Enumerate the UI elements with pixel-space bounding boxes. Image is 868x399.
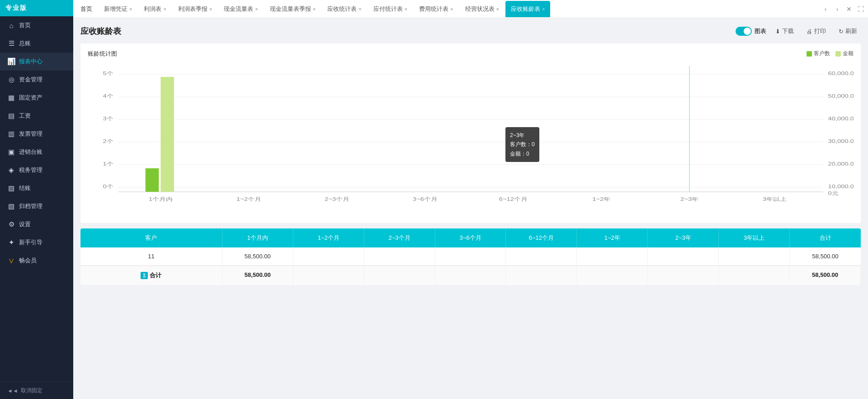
sidebar-item-invoice[interactable]: ▥ 发票管理	[0, 125, 73, 143]
tab-aging-close[interactable]: ×	[542, 6, 545, 12]
sidebar-label-vip: 畅会员	[19, 256, 37, 265]
sidebar-label-tax: 税务管理	[19, 166, 42, 174]
sidebar-label-guide: 新手引导	[19, 238, 42, 247]
tab-profit[interactable]: 利润表 ×	[138, 1, 171, 17]
tab-voucher[interactable]: 新增凭证 ×	[99, 1, 137, 17]
sidebar-item-archive[interactable]: ▧ 归档管理	[0, 197, 73, 215]
tab-payable-stat-close[interactable]: ×	[405, 6, 407, 12]
sidebar-item-ledger[interactable]: ☰ 总账	[0, 34, 73, 52]
tab-profit-label: 利润表	[144, 5, 161, 13]
svg-text:60,000.00元: 60,000.00元	[828, 71, 854, 76]
sidebar-item-stock[interactable]: ▣ 进销台账	[0, 143, 73, 161]
tab-cashflow-quarter[interactable]: 现金流量表季报 ×	[264, 1, 321, 17]
tab-operation-close[interactable]: ×	[496, 6, 499, 12]
print-icon: 🖨	[807, 28, 812, 35]
ledger-icon: ☰	[7, 39, 15, 48]
guide-icon: ✦	[7, 238, 15, 247]
tab-payable-stat[interactable]: 应付统计表 ×	[368, 1, 413, 17]
svg-text:50,000.00元: 50,000.00元	[828, 93, 854, 99]
sidebar-item-reports[interactable]: 📊 报表中心	[0, 52, 73, 71]
funds-icon: ◎	[7, 76, 15, 84]
sidebar-item-close[interactable]: ▨ 结账	[0, 179, 73, 197]
tab-profit-close[interactable]: ×	[163, 6, 166, 12]
th-y23: 2~3年	[648, 228, 719, 247]
sidebar-label-home: 首页	[19, 21, 31, 29]
sidebar-item-home[interactable]: ⌂ 首页	[0, 16, 73, 34]
tab-payable-stat-label: 应付统计表	[373, 5, 403, 13]
tab-profit-quarter-label: 利润表季报	[178, 5, 208, 13]
invoice-icon: ▥	[7, 130, 15, 138]
svg-text:4个: 4个	[103, 93, 113, 99]
footer-m1: 58,500.00	[222, 266, 293, 285]
sidebar-label-stock: 进销台账	[19, 148, 42, 156]
tab-home[interactable]: 首页	[75, 1, 98, 17]
td-m36	[435, 247, 506, 265]
toggle-thumb	[744, 28, 751, 35]
tab-receivable-stat-close[interactable]: ×	[359, 6, 361, 12]
sidebar-label-settings: 设置	[19, 220, 31, 228]
print-button[interactable]: 🖨 打印	[803, 25, 830, 37]
tab-cashflow[interactable]: 现金流量表 ×	[218, 1, 263, 17]
tab-profit-quarter-close[interactable]: ×	[209, 6, 212, 12]
footer-icon: Σ	[141, 272, 148, 279]
svg-text:10,000.00元: 10,000.00元	[828, 184, 854, 190]
sidebar-item-settings[interactable]: ⚙ 设置	[0, 215, 73, 233]
footer-y3plus	[719, 266, 790, 285]
tab-profit-quarter[interactable]: 利润表季报 ×	[173, 1, 217, 17]
sidebar-item-vip[interactable]: V 畅会员	[0, 252, 73, 270]
footer-total: 58,500.00	[790, 266, 861, 285]
tab-operation[interactable]: 经营状况表 ×	[460, 1, 505, 17]
archive-icon: ▧	[7, 202, 15, 210]
th-m612: 6~12个月	[506, 228, 577, 247]
refresh-button[interactable]: ↻ 刷新	[835, 25, 861, 37]
sidebar-label-assets: 固定资产	[19, 94, 42, 102]
td-y23	[648, 247, 719, 265]
chart-title: 账龄统计图	[88, 50, 854, 58]
tab-cashflow-quarter-close[interactable]: ×	[313, 6, 316, 12]
svg-text:2~3个月: 2~3个月	[325, 196, 349, 202]
tab-prev-button[interactable]: ‹	[820, 4, 831, 14]
sidebar-item-funds[interactable]: ◎ 资金管理	[0, 71, 73, 89]
data-table: 客户 1个月内 1~2个月 2~3个月 3~6个月 6~12个月 1~2年 2~…	[80, 228, 861, 285]
legend-amount-label: 金额	[843, 50, 854, 57]
tab-voucher-close[interactable]: ×	[129, 6, 132, 12]
tab-operation-label: 经营状况表	[465, 5, 495, 13]
app-logo: 专业版	[0, 0, 73, 16]
sidebar-item-tax[interactable]: ◈ 税务管理	[0, 161, 73, 179]
tab-receivable-stat[interactable]: 应收统计表 ×	[322, 1, 367, 17]
tab-expense-stat[interactable]: 费用统计表 ×	[414, 1, 458, 17]
legend-customer-label: 客户数	[814, 50, 830, 57]
toggle-track[interactable]	[736, 27, 752, 36]
tab-maximize-button[interactable]: ⛶	[855, 4, 866, 14]
sidebar-item-assets[interactable]: ▦ 固定资产	[0, 89, 73, 107]
svg-text:20,000.00元: 20,000.00元	[828, 161, 854, 167]
tab-cashflow-close[interactable]: ×	[255, 6, 258, 12]
th-y12: 1~2年	[577, 228, 648, 247]
legend-amount: 金额	[835, 50, 854, 57]
chart-svg: 5个 4个 3个 2个 1个 0个 60,000.00元 50,000.00元 …	[88, 62, 854, 215]
download-icon: ⬇	[775, 28, 780, 35]
tab-next-button[interactable]: ›	[832, 4, 843, 14]
sidebar-item-guide[interactable]: ✦ 新手引导	[0, 233, 73, 252]
tab-expense-stat-close[interactable]: ×	[450, 6, 453, 12]
tab-receivable-stat-label: 应收统计表	[327, 5, 357, 13]
download-button[interactable]: ⬇ 下载	[772, 25, 797, 37]
th-m36: 3~6个月	[435, 228, 506, 247]
collapse-label: 取消固定	[21, 387, 42, 394]
sidebar-label-reports: 报表中心	[19, 57, 42, 66]
sidebar-label-archive: 归档管理	[19, 202, 42, 210]
svg-text:3年以上: 3年以上	[763, 196, 786, 202]
svg-text:30,000.00元: 30,000.00元	[828, 138, 854, 144]
sidebar-item-salary[interactable]: ▤ 工资	[0, 107, 73, 125]
chart-legend: 客户数 金额	[807, 50, 854, 57]
th-m23: 2~3个月	[364, 228, 435, 247]
td-customer: 11	[80, 247, 222, 265]
collapse-arrow-icon: ◄◄	[7, 388, 18, 394]
collapse-sidebar-button[interactable]: ◄◄ 取消固定	[0, 382, 73, 399]
chart-toggle[interactable]: 图表	[736, 27, 766, 36]
th-m12: 1~2个月	[293, 228, 364, 247]
tab-close-all-button[interactable]: ✕	[844, 4, 854, 14]
tab-aging[interactable]: 应收账龄表 ×	[505, 1, 550, 17]
sidebar-label-salary: 工资	[19, 112, 31, 120]
th-m1: 1个月内	[222, 228, 293, 247]
